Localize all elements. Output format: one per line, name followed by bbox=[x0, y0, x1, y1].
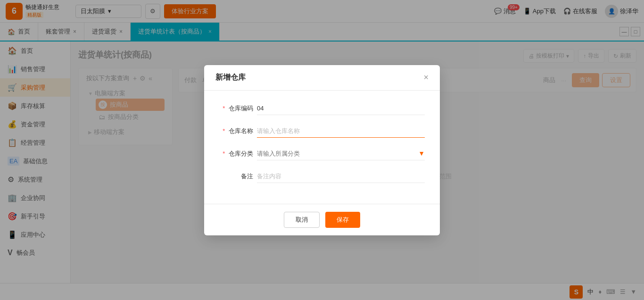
category-select-row: ▼ bbox=[257, 147, 425, 160]
form-row-remark: 备注 bbox=[219, 170, 425, 183]
code-input[interactable] bbox=[257, 102, 425, 115]
dialog-header: 新增仓库 × bbox=[204, 65, 440, 91]
dialog-footer: 取消 保存 bbox=[204, 204, 440, 235]
remark-label-text: 备注 bbox=[241, 173, 253, 180]
form-row-code: * 仓库编码 bbox=[219, 102, 425, 115]
save-button[interactable]: 保存 bbox=[325, 212, 360, 228]
category-required-star: * bbox=[223, 150, 225, 157]
remark-label: 备注 bbox=[219, 172, 257, 181]
name-input[interactable] bbox=[257, 125, 425, 138]
dialog-close-button[interactable]: × bbox=[423, 73, 429, 82]
dialog-overlay: 新增仓库 × * 仓库编码 * 仓库名称 bbox=[0, 0, 644, 300]
code-label-text: 仓库编码 bbox=[229, 105, 253, 112]
remark-input[interactable] bbox=[257, 170, 425, 183]
form-row-name: * 仓库名称 bbox=[219, 125, 425, 138]
dialog-body: * 仓库编码 * 仓库名称 * 仓库分类 bbox=[204, 91, 440, 204]
dialog-title: 新增仓库 bbox=[215, 73, 246, 83]
name-label-text: 仓库名称 bbox=[229, 127, 253, 134]
name-label: * 仓库名称 bbox=[219, 127, 257, 135]
category-label: * 仓库分类 bbox=[219, 150, 257, 158]
add-warehouse-dialog: 新增仓库 × * 仓库编码 * 仓库名称 bbox=[204, 65, 440, 235]
category-dropdown-icon[interactable]: ▼ bbox=[418, 150, 425, 157]
code-required-star: * bbox=[223, 105, 225, 112]
code-label: * 仓库编码 bbox=[219, 104, 257, 113]
form-row-category: * 仓库分类 ▼ bbox=[219, 147, 425, 160]
category-input[interactable] bbox=[257, 147, 418, 160]
category-label-text: 仓库分类 bbox=[229, 150, 253, 157]
name-required-star: * bbox=[223, 127, 225, 134]
cancel-button[interactable]: 取消 bbox=[284, 212, 320, 228]
